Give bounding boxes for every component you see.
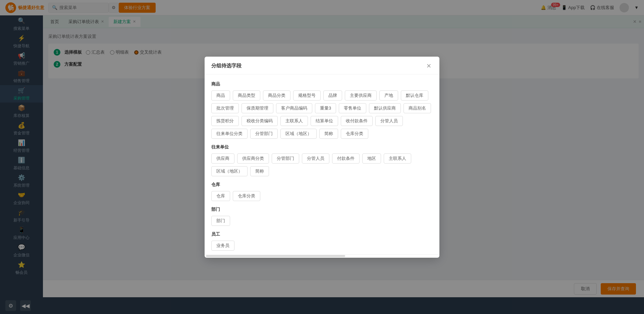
field-tag[interactable]: 分管人员 (302, 153, 329, 164)
field-tag[interactable]: 主要供应商 (345, 90, 377, 101)
field-tag[interactable]: 分管部门 (250, 129, 278, 139)
field-grid-往来单位: 供应商供应商分类分管部门分管人员付款条件地区主联系人区域（地区）简称 (211, 153, 433, 176)
field-grid-部门: 部门 (211, 216, 433, 226)
field-tag[interactable]: 简称 (250, 166, 269, 176)
field-tag[interactable]: 品牌 (323, 90, 342, 101)
field-tag[interactable]: 商品分类 (263, 90, 290, 101)
modal-close-button[interactable]: ✕ (425, 62, 433, 70)
field-tag[interactable]: 供应商 (211, 153, 234, 164)
field-tag[interactable]: 商品别名 (404, 103, 431, 113)
field-tag[interactable]: 批次管理 (211, 103, 239, 113)
field-tag[interactable]: 产地 (379, 90, 398, 101)
field-tag[interactable]: 区域（地区） (211, 166, 248, 176)
field-tag[interactable]: 地区 (362, 153, 381, 164)
scrollbar-thumb (206, 255, 345, 257)
field-tag[interactable]: 业务员 (211, 241, 234, 251)
field-tag[interactable]: 区域（地区） (280, 129, 317, 139)
section-title-员工: 员工 (211, 231, 433, 237)
field-tag[interactable]: 客户商品编码 (276, 103, 312, 113)
field-grid-商品: 商品商品类型商品分类规格型号品牌主要供应商产地默认仓库批次管理保质期管理客户商品… (211, 90, 433, 139)
field-tag[interactable]: 供应商分类 (237, 153, 269, 164)
field-tag[interactable]: 主联系人 (384, 153, 411, 164)
field-tag[interactable]: 分管人员 (375, 116, 403, 126)
modal-title: 分组待选字段 (211, 63, 241, 69)
field-tag[interactable]: 付款条件 (332, 153, 360, 164)
field-tag[interactable]: 分管部门 (272, 153, 299, 164)
field-tag[interactable]: 默认供应商 (369, 103, 401, 113)
field-tag[interactable]: 部门 (211, 216, 230, 226)
field-tag[interactable]: 默认仓库 (401, 90, 428, 101)
field-grid-员工: 业务员 (211, 241, 433, 251)
field-tag[interactable]: 零售单位 (339, 103, 366, 113)
field-tag[interactable]: 主联系人 (280, 116, 308, 126)
field-tag[interactable]: 仓库分类 (341, 129, 368, 139)
field-tag[interactable]: 重量3 (315, 103, 336, 113)
section-title-往来单位: 往来单位 (211, 144, 433, 150)
field-grid-仓库: 仓库仓库分类 (211, 191, 433, 201)
modal-horizontal-scrollbar[interactable] (205, 254, 439, 258)
field-tag[interactable]: 商品 (211, 90, 230, 101)
field-tag[interactable]: 结算单位 (311, 116, 338, 126)
field-tag[interactable]: 保质期管理 (241, 103, 273, 113)
field-tag[interactable]: 仓库 (211, 191, 230, 201)
modal-body: 商品商品商品类型商品分类规格型号品牌主要供应商产地默认仓库批次管理保质期管理客户… (205, 74, 439, 254)
modal-overlay: 分组待选字段 ✕ 商品商品商品类型商品分类规格型号品牌主要供应商产地默认仓库批次… (0, 0, 644, 314)
section-title-部门: 部门 (211, 206, 433, 212)
field-tag[interactable]: 收付款条件 (341, 116, 373, 126)
section-title-仓库: 仓库 (211, 182, 433, 188)
field-tag[interactable]: 仓库分类 (233, 191, 260, 201)
field-select-modal: 分组待选字段 ✕ 商品商品商品类型商品分类规格型号品牌主要供应商产地默认仓库批次… (205, 57, 439, 258)
section-title-商品: 商品 (211, 81, 433, 87)
field-tag[interactable]: 商品类型 (233, 90, 260, 101)
field-tag[interactable]: 简称 (319, 129, 338, 139)
field-tag[interactable]: 拣货积分 (211, 116, 239, 126)
field-tag[interactable]: 税收分类编码 (241, 116, 278, 126)
field-tag[interactable]: 往来单位分类 (211, 129, 248, 139)
modal-header: 分组待选字段 ✕ (205, 57, 439, 74)
field-tag[interactable]: 规格型号 (293, 90, 321, 101)
